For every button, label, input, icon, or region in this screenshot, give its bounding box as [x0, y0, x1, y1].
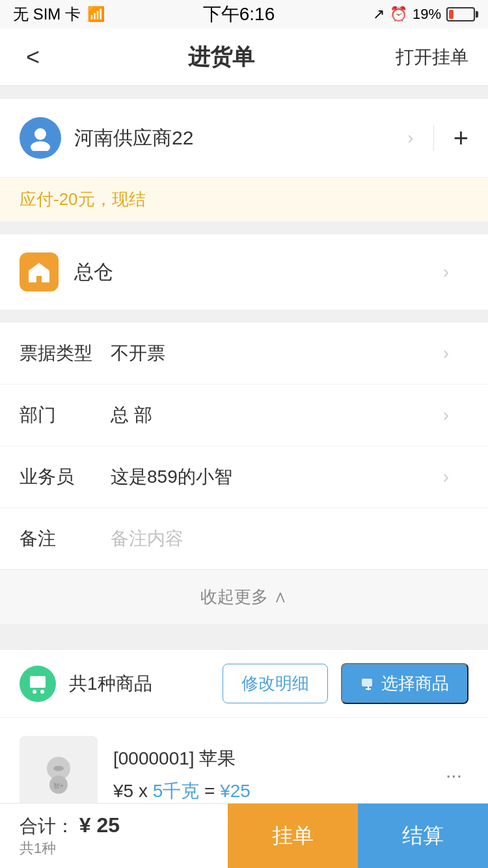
open-pending-button[interactable]: 打开挂单 [396, 45, 468, 70]
supplier-chevron-icon: › [407, 128, 413, 148]
supplier-section: 河南供应商22 › + 应付-20元，现结 [0, 99, 488, 221]
total-area: 合计： ¥ 25 共1种 [0, 804, 228, 868]
product-name: [0000001] 苹果 [113, 746, 424, 771]
form-section: 票据类型 不开票 › 部门 总 部 › 业务员 这是859的小智 › 备注 备注… [0, 323, 488, 569]
page-title: 进货单 [188, 42, 254, 72]
nav-bar: < 进货单 打开挂单 [0, 29, 488, 86]
wifi-icon: 📶 [87, 6, 105, 23]
invoice-chevron-icon: › [443, 343, 449, 364]
status-bar: 无 SIM 卡 📶 下午6:16 ↗ ⏰ 19% [0, 0, 488, 29]
divider-line [433, 125, 434, 151]
status-right: ↗ ⏰ 19% [373, 6, 475, 23]
invoice-label: 票据类型 [20, 341, 104, 366]
warehouse-section: 总仓 › [0, 234, 488, 310]
invoice-value: 不开票 [111, 341, 443, 366]
product-quantity: 5千克 [153, 781, 200, 801]
salesman-value: 这是859的小智 [111, 465, 443, 489]
supplier-name[interactable]: 河南供应商22 [74, 125, 407, 152]
svg-text:智+: 智+ [53, 782, 64, 789]
supplier-row: 河南供应商22 › + [0, 99, 488, 178]
top-divider [0, 86, 488, 99]
select-product-icon [360, 676, 376, 692]
product-price: ¥5 x 5千克 = ¥25 [113, 779, 424, 804]
products-count: 共1种商品 [69, 671, 210, 696]
divider-3 [0, 624, 488, 637]
divider-2 [0, 310, 488, 323]
back-button[interactable]: < [20, 37, 46, 77]
product-default-icon: 智+ [36, 752, 81, 798]
status-time: 下午6:16 [203, 2, 275, 27]
remark-label: 备注 [20, 526, 104, 551]
battery-icon [446, 7, 475, 21]
total-amount: ¥ 25 [79, 813, 120, 837]
products-header: 共1种商品 修改明细 选择商品 [0, 650, 488, 717]
dept-value: 总 部 [111, 403, 443, 427]
remark-row[interactable]: 备注 备注内容 [0, 508, 488, 569]
total-row: 合计： ¥ 25 [20, 813, 208, 839]
checkout-button[interactable]: 结算 [358, 804, 488, 868]
warehouse-chevron-icon: › [443, 262, 449, 282]
salesman-chevron-icon: › [443, 467, 449, 487]
add-button[interactable]: + [454, 124, 468, 153]
remark-input[interactable]: 备注内容 [111, 526, 468, 551]
products-icon [20, 666, 56, 702]
bottom-bar: 合计： ¥ 25 共1种 挂单 结算 [0, 803, 488, 868]
product-code: [0000001] [113, 748, 195, 768]
price-separator: x [139, 781, 153, 801]
dept-chevron-icon: › [443, 405, 449, 426]
avatar-icon [27, 125, 53, 151]
notice-bar: 应付-20元，现结 [0, 178, 488, 221]
divider-1 [0, 221, 488, 234]
carrier-text: 无 SIM 卡 [13, 4, 81, 25]
edit-detail-button[interactable]: 修改明细 [223, 664, 328, 703]
total-label: 合计： [20, 816, 74, 836]
invoice-row[interactable]: 票据类型 不开票 › [0, 323, 488, 384]
pending-button[interactable]: 挂单 [228, 804, 358, 868]
svg-rect-5 [362, 679, 372, 686]
svg-point-3 [33, 690, 36, 694]
battery-pct: 19% [413, 6, 441, 23]
svg-point-9 [53, 766, 64, 771]
location-icon: ↗ [373, 6, 385, 23]
product-title: 苹果 [199, 748, 236, 768]
select-product-button[interactable]: 选择商品 [341, 663, 468, 704]
cart-icon [27, 673, 48, 694]
product-info: [0000001] 苹果 ¥5 x 5千克 = ¥25 [113, 746, 424, 804]
salesman-label: 业务员 [20, 465, 104, 489]
warehouse-name: 总仓 [74, 259, 443, 286]
alarm-icon: ⏰ [390, 6, 407, 23]
collapse-bar[interactable]: 收起更多 ∧ [0, 569, 488, 624]
total-count: 共1种 [20, 839, 208, 858]
warehouse-icon [20, 252, 59, 292]
supplier-avatar [20, 117, 61, 159]
dept-label: 部门 [20, 403, 104, 427]
svg-rect-2 [30, 676, 46, 688]
product-more-button[interactable]: ··· [439, 757, 468, 793]
salesman-row[interactable]: 业务员 这是859的小智 › [0, 446, 488, 508]
svg-point-1 [31, 141, 50, 151]
dept-row[interactable]: 部门 总 部 › [0, 384, 488, 446]
product-thumbnail: 智+ [20, 736, 98, 814]
warehouse-row[interactable]: 总仓 › [0, 234, 488, 310]
product-total: ¥25 [220, 781, 251, 801]
equals-sign: = [204, 781, 220, 801]
select-product-label: 选择商品 [381, 672, 449, 695]
svg-point-0 [34, 128, 46, 140]
house-icon [27, 260, 51, 284]
svg-point-4 [40, 690, 44, 694]
price-value: ¥5 [113, 781, 133, 801]
status-left: 无 SIM 卡 📶 [13, 4, 105, 25]
